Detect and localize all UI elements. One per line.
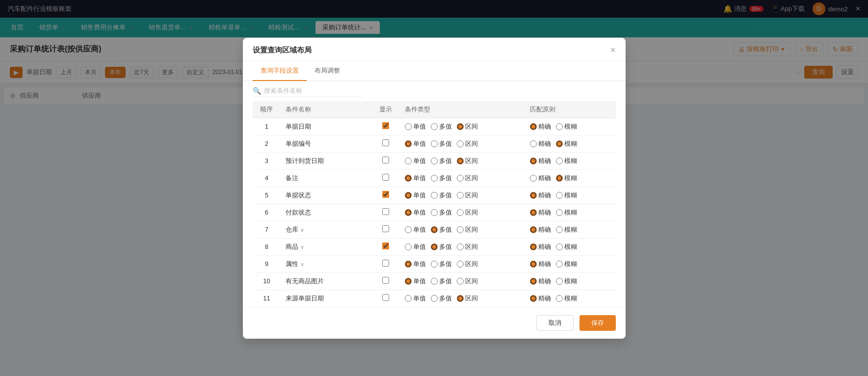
dialog-tab-fields[interactable]: 查询字段设置 <box>253 61 307 81</box>
search-icon: 🔍 <box>253 87 261 95</box>
dialog-search-area: 🔍 <box>243 81 626 101</box>
dialog-table: 顺序 条件名称 显示 条件类型 匹配原则 1单据日期单值多值区间精确模糊2单据编… <box>253 101 616 109</box>
dialog-close-button[interactable]: × <box>610 46 616 54</box>
search-input[interactable] <box>264 87 362 94</box>
dialog-table-wrap: 顺序 条件名称 显示 条件类型 匹配原则 1单据日期单值多值区间精确模糊2单据编… <box>243 101 626 109</box>
settings-dialog: 设置查询区域布局 × 查询字段设置 布局调整 🔍 顺序 <box>243 38 626 109</box>
dialog-tab-layout[interactable]: 布局调整 <box>307 61 348 81</box>
dialog-title: 设置查询区域布局 <box>253 46 312 55</box>
th-type: 条件类型 <box>400 101 525 109</box>
modal-overlay: 设置查询区域布局 × 查询字段设置 布局调整 🔍 顺序 <box>0 0 868 108</box>
dialog-tabs: 查询字段设置 布局调整 <box>243 61 626 81</box>
th-display: 显示 <box>371 101 400 109</box>
dialog-header: 设置查询区域布局 × <box>243 38 626 61</box>
th-order: 顺序 <box>253 101 281 109</box>
th-match: 匹配原则 <box>525 101 616 109</box>
search-wrapper: 🔍 <box>253 87 362 97</box>
th-name: 条件名称 <box>281 101 371 109</box>
